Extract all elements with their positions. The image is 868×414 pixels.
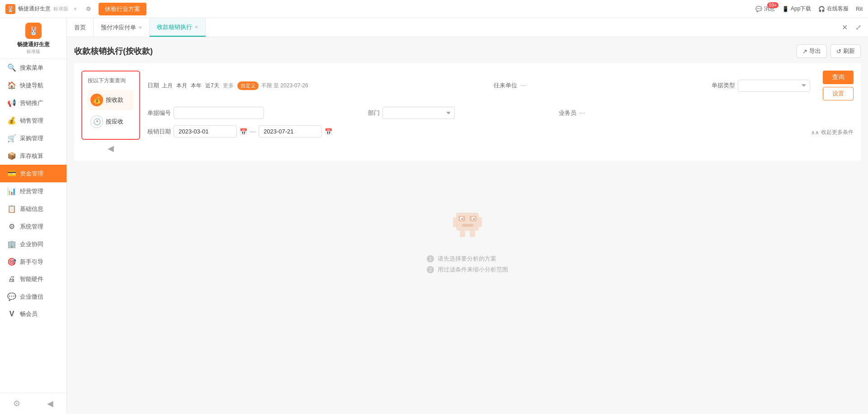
content-area: 首页 预付冲应付单 × 收款核销执行 × ✕ ⤢ 收款核销执行(按收款) ↗ xyxy=(67,18,868,414)
dept-label: 部门 xyxy=(368,109,380,117)
tab-receivable[interactable]: 收款核销执行 × xyxy=(150,18,206,37)
sidebar-item-vip[interactable]: V 畅会员 xyxy=(0,305,66,323)
svg-point-10 xyxy=(461,218,463,220)
system-icon: ⚙ xyxy=(7,222,16,231)
tab-receivable-close[interactable]: × xyxy=(195,24,198,30)
date-custom-badge[interactable]: 自定义 xyxy=(237,81,259,90)
app-download-button[interactable]: 📱 App下载 xyxy=(782,5,811,13)
sidebar-item-operation[interactable]: 📊 经营管理 xyxy=(0,182,66,200)
filter-docno-item: 单据编号 xyxy=(147,107,264,119)
date-shortcut-last-month[interactable]: 上月 xyxy=(162,82,173,90)
sidebar-item-inventory[interactable]: 📦 库存核算 xyxy=(0,147,66,165)
sidebar-collapse-icon[interactable]: ◀ xyxy=(43,397,57,410)
sidebar-item-wechat[interactable]: 💬 企业微信 xyxy=(0,288,66,305)
sidebar-item-basic[interactable]: 📋 基础信息 xyxy=(0,200,66,218)
empty-illustration xyxy=(445,197,490,249)
export-icon: ↗ xyxy=(802,48,807,55)
sidebar-item-finance[interactable]: 💳 资金管理 xyxy=(0,165,66,182)
home-icon: 🏠 xyxy=(7,81,16,90)
salesperson-label: 业务员 xyxy=(559,109,576,117)
date-shortcut-this-month[interactable]: 本月 xyxy=(176,82,187,90)
docno-input[interactable] xyxy=(174,107,264,119)
salesperson-more-icon[interactable]: ··· xyxy=(579,109,585,117)
tab-expand-icon[interactable]: ⤢ xyxy=(852,21,864,34)
counterpart-more-icon[interactable]: ··· xyxy=(520,81,526,90)
date-shortcut-7days[interactable]: 近7天 xyxy=(205,82,219,90)
filter-row-1: 日期 上月 本月 本年 近7天 更多 自定义 不限 至 2023-07-26 xyxy=(147,71,854,100)
svg-rect-6 xyxy=(460,231,465,237)
sidebar-item-sales[interactable]: 💰 销售管理 xyxy=(0,112,66,129)
sidebar-item-system[interactable]: ⚙ 系统管理 xyxy=(0,218,66,235)
calendar-end-icon[interactable]: 📅 xyxy=(325,128,332,135)
empty-state: 1 请先选择要分析的方案 2 用过滤条件来缩小分析范围 xyxy=(74,161,861,310)
tab-prepay[interactable]: 预付冲应付单 × xyxy=(94,18,150,37)
filter-counterpart-item: 往来单位 ··· xyxy=(494,81,526,90)
guide-icon: 🎯 xyxy=(7,257,16,266)
receipt-option-icon: 💰 xyxy=(90,94,103,106)
sales-icon: 💰 xyxy=(7,116,16,125)
brand-text: 畅捷通好生意 xyxy=(17,41,50,48)
doctype-select[interactable] xyxy=(738,80,810,92)
filter-area: 按以下方案查询 💰 按收款 🕐 按应收 ◀ xyxy=(74,63,861,161)
svg-rect-5 xyxy=(478,217,482,227)
sidebar-settings-icon[interactable]: ⚙ xyxy=(9,397,24,410)
receivable-option-label: 按应收 xyxy=(106,118,123,126)
dept-select[interactable] xyxy=(382,107,455,119)
filter-left-panel: 按以下方案查询 💰 按收款 🕐 按应收 ◀ xyxy=(81,71,140,153)
page-content: 收款核销执行(按收款) ↗ 导出 ↺ 刷新 按以下方案 xyxy=(67,37,868,414)
filter-salesperson-item: 业务员 ··· xyxy=(559,109,585,117)
query-option-receipt[interactable]: 💰 按收款 xyxy=(88,90,134,110)
query-option-receivable[interactable]: 🕐 按应收 xyxy=(88,112,134,132)
writeoff-date-label: 核销日期 xyxy=(147,128,171,136)
enterprise-icon: 🏢 xyxy=(7,240,16,248)
export-button[interactable]: ↗ 导出 xyxy=(797,44,827,58)
sidebar-item-purchase[interactable]: 🛒 采购管理 xyxy=(0,129,66,147)
page-actions: ↗ 导出 ↺ 刷新 xyxy=(797,44,861,58)
writeoff-date-start-input[interactable] xyxy=(174,125,237,138)
filter-date-item: 日期 上月 本月 本年 近7天 更多 自定义 不限 至 2023-07-26 xyxy=(147,81,308,90)
svg-rect-7 xyxy=(470,231,475,237)
sidebar-item-label: 快捷导航 xyxy=(20,81,43,90)
sidebar-item-marketing[interactable]: 📢 营销推广 xyxy=(0,94,66,112)
basic-icon: 📋 xyxy=(7,205,16,213)
setting-button[interactable]: 设置 xyxy=(823,87,854,100)
refresh-button[interactable]: ↺ 刷新 xyxy=(830,44,861,58)
counterpart-label: 往来单位 xyxy=(494,81,517,90)
online-service-button[interactable]: 🎧 在线客服 xyxy=(818,5,849,13)
sidebar-item-label: 新手引导 xyxy=(20,258,43,266)
brand-icon: 🐰 xyxy=(25,23,42,39)
writeoff-date-end-input[interactable] xyxy=(259,125,322,138)
collapse-more-button[interactable]: ∧∧ 收起更多条件 xyxy=(811,128,854,136)
user-info[interactable]: Rit xyxy=(856,6,863,12)
finance-icon: 💳 xyxy=(7,169,16,178)
panel-collapse-button[interactable]: ◀ xyxy=(81,143,140,153)
tab-prepay-close[interactable]: × xyxy=(139,24,142,31)
filter-dept-item: 部门 xyxy=(368,107,455,119)
query-button[interactable]: 查询 xyxy=(823,71,854,84)
sidebar-item-hardware[interactable]: 🖨 智能硬件 xyxy=(0,271,66,288)
tab-home[interactable]: 首页 xyxy=(67,18,94,37)
sidebar-item-guide[interactable]: 🎯 新手引导 xyxy=(0,253,66,271)
operation-icon: 📊 xyxy=(7,187,16,195)
app-icon: 📱 xyxy=(782,6,789,12)
doctype-label: 单据类型 xyxy=(712,81,735,90)
sidebar-brand: 🐰 畅捷通好生意 标准版 xyxy=(0,18,66,59)
filter-row-2: 单据编号 部门 业务员 ··· xyxy=(147,107,854,119)
sidebar: 🐰 畅捷通好生意 标准版 🔍 搜索菜单 🏠 快捷导航 📢 营销推广 💰 销售管理… xyxy=(0,18,67,414)
date-shortcut-this-year[interactable]: 本年 xyxy=(191,82,202,90)
tabs-bar: 首页 预付冲应付单 × 收款核销执行 × ✕ ⤢ xyxy=(67,18,868,37)
solution-button[interactable]: 休验行业方案 xyxy=(99,3,146,15)
sidebar-item-label: 企业微信 xyxy=(20,293,43,301)
sidebar-item-label: 企业协同 xyxy=(20,240,43,248)
svg-rect-3 xyxy=(462,224,473,227)
settings-icon[interactable]: ⚙ xyxy=(82,3,95,15)
sidebar-item-quicknav[interactable]: 🏠 快捷导航 xyxy=(0,76,66,94)
tab-close-all-icon[interactable]: ✕ xyxy=(838,21,851,34)
sidebar-item-enterprise[interactable]: 🏢 企业协同 xyxy=(0,235,66,253)
tip2-num: 2 xyxy=(427,266,434,273)
date-shortcuts: 上月 本月 本年 近7天 更多 自定义 xyxy=(162,81,259,90)
sidebar-item-search[interactable]: 🔍 搜索菜单 xyxy=(0,59,66,76)
message-button[interactable]: 💬 消息 99+ xyxy=(755,5,775,13)
date-more-button[interactable]: 更多 xyxy=(223,82,234,90)
calendar-start-icon[interactable]: 📅 xyxy=(240,128,247,135)
